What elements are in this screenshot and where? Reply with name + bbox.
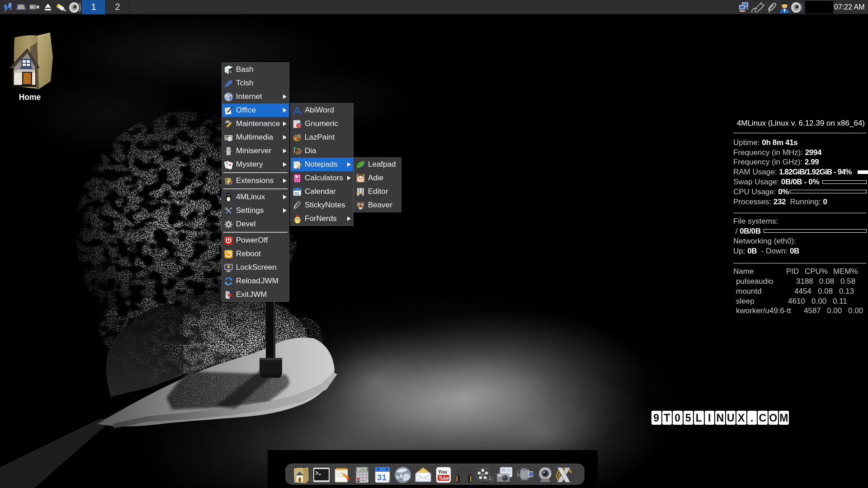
svg-text:31: 31: [294, 190, 299, 195]
svg-text:125C: 125C: [359, 468, 368, 472]
svg-text:ftk: ftk: [357, 190, 361, 195]
svg-text:Tube: Tube: [439, 476, 450, 481]
svg-text:31: 31: [377, 473, 387, 482]
svg-text:$: $: [229, 70, 231, 73]
svg-text:You: You: [438, 469, 447, 474]
